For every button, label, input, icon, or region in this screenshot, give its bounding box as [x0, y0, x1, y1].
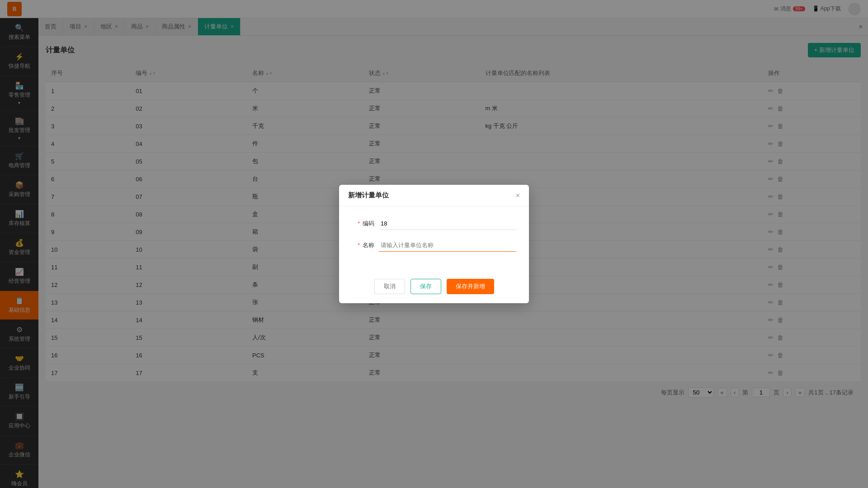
code-label: * 编码 — [352, 220, 379, 228]
save-button[interactable]: 保存 — [410, 279, 441, 294]
modal-close-btn[interactable]: × — [516, 192, 520, 200]
required-mark-name: * — [358, 242, 360, 249]
save-and-new-button[interactable]: 保存并新增 — [447, 279, 494, 294]
modal-header: 新增计量单位 × — [339, 185, 529, 206]
add-unit-modal: 新增计量单位 × * 编码 * 名称 取消 保存 保存并新增 — [339, 185, 529, 303]
form-row-code: * 编码 — [352, 217, 516, 230]
cancel-button[interactable]: 取消 — [374, 279, 405, 294]
code-input[interactable] — [379, 217, 516, 230]
modal-overlay[interactable]: 新增计量单位 × * 编码 * 名称 取消 保存 保存并新增 — [0, 0, 868, 488]
required-mark-code: * — [358, 220, 360, 227]
modal-footer: 取消 保存 保存并新增 — [339, 272, 529, 303]
modal-title: 新增计量单位 — [348, 191, 389, 200]
modal-body: * 编码 * 名称 — [339, 206, 529, 272]
name-label: * 名称 — [352, 241, 379, 249]
name-input[interactable] — [379, 239, 516, 252]
form-row-name: * 名称 — [352, 239, 516, 252]
